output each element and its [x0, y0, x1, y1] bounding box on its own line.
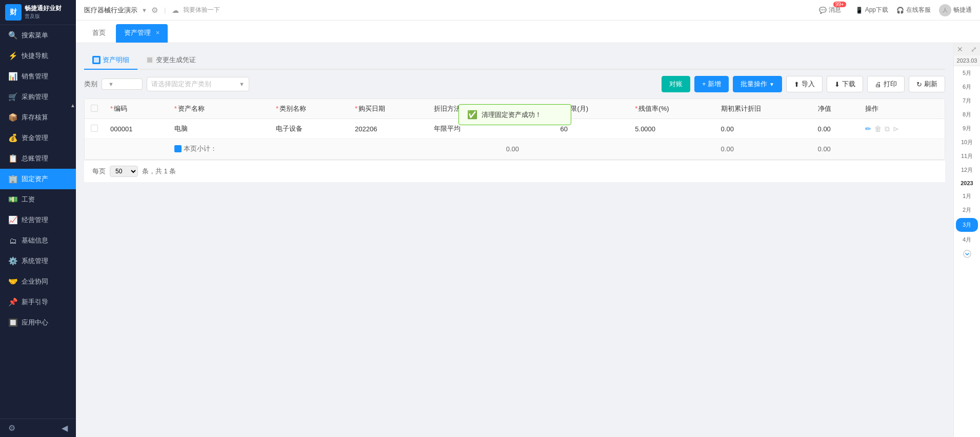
logo-icon: 财 [5, 4, 22, 21]
sidebar-settings-icon[interactable]: ⚙ [8, 423, 15, 433]
filter-asset-category-input[interactable]: 请选择固定资产类别 ▼ [147, 77, 249, 91]
sidebar-item-search[interactable]: 🔍 搜索菜单 [0, 25, 76, 46]
more-icon[interactable]: ⊳ [893, 125, 899, 133]
avatar: 人 [939, 4, 951, 16]
sidebar-item-bizmanage[interactable]: 📈 经营管理 [0, 210, 76, 230]
message-button[interactable]: 💬 消息 99+ [819, 6, 841, 14]
timeline-month-11[interactable]: 11月 [954, 149, 980, 163]
batch-ops-dropdown-icon: ▼ [769, 82, 774, 87]
row-initial-depreciation: 0.00 [715, 119, 812, 139]
copy-icon[interactable]: ⧉ [885, 125, 890, 133]
online-service-button[interactable]: 🎧 在线客服 [896, 6, 931, 14]
success-toast: ✅ 清理固定资产成功！ [458, 104, 571, 125]
row-checkbox[interactable] [91, 125, 98, 132]
refresh-button[interactable]: ↻ 刷新 [909, 76, 945, 92]
timeline-month-2[interactable]: 2月 [954, 203, 980, 217]
col-header-operations: 操作 [859, 99, 945, 119]
table-container: ✅ 清理固定资产成功！ *编码 *资产名称 *类别名称 *购买 [84, 98, 945, 160]
tab-asset-manage[interactable]: 资产管理 × [116, 24, 168, 43]
import-button[interactable]: ⬆ 导入 [786, 76, 823, 92]
delete-icon[interactable]: 🗑 [874, 125, 882, 133]
sidebar-item-sales[interactable]: 📊 销售管理 [0, 66, 76, 87]
sidebar-item-purchase[interactable]: 🛒 采购管理 [0, 87, 76, 107]
sidebar-item-guide[interactable]: 📌 新手引导 [0, 292, 76, 312]
sidebar-bottom: ⚙ ◀ [0, 419, 76, 437]
subtab-change-voucher[interactable]: 变更生成凭证 [137, 51, 204, 70]
sidebar-item-basicinfo[interactable]: 🗂 基础信息 [0, 230, 76, 251]
app-download-button[interactable]: 📱 App下载 [855, 6, 888, 14]
experience-label[interactable]: 我要体验一下 [183, 6, 220, 14]
sidebar-item-label: 采购管理 [22, 92, 48, 102]
subtab-asset-detail-label: 资产明细 [103, 55, 129, 65]
sidebar-item-fixedassets[interactable]: 🏢 固定资产 [0, 169, 76, 189]
timeline-month-9[interactable]: 9月 [954, 122, 980, 135]
topbar-settings-icon[interactable]: ⚙ [151, 6, 158, 15]
sidebar-item-label: 搜索菜单 [22, 31, 48, 40]
new-button[interactable]: + 新增 [694, 76, 729, 92]
action-icons: ✏ 🗑 ⧉ ⊳ [865, 125, 938, 133]
reconcile-button[interactable]: 对账 [662, 76, 690, 92]
bizmanage-icon: 📈 [8, 215, 17, 225]
col-header-initial-depreciation: 期初累计折旧 [715, 99, 812, 119]
col-header-category: *类别名称 [270, 99, 349, 119]
sidebar-scroll-up[interactable]: ▲ [70, 103, 75, 108]
sidebar-item-inventory[interactable]: 📦 库存核算 [0, 107, 76, 128]
timeline-month-1[interactable]: 1月 [954, 189, 980, 203]
tab-home[interactable]: 首页 [84, 24, 114, 43]
right-panel-expand-icon[interactable]: ⤢ [971, 45, 977, 53]
batch-ops-button[interactable]: 批量操作 ▼ [733, 76, 782, 92]
sidebar-item-ledger[interactable]: 📋 总账管理 [0, 148, 76, 169]
total-label: 条，共 1 条 [142, 167, 176, 176]
new-label: + 新增 [702, 80, 721, 89]
sidebar-menu: 🔍 搜索菜单 ⚡ 快捷导航 📊 销售管理 🛒 采购管理 📦 库存核算 💰 资金管… [0, 25, 76, 419]
filter-category-select[interactable]: ▼ [102, 78, 143, 90]
sidebar-item-capital[interactable]: 💰 资金管理 [0, 128, 76, 148]
success-toast-overlay: ✅ 清理固定资产成功！ [458, 104, 571, 125]
row-category: 电子设备 [270, 119, 349, 139]
tab-asset-manage-label: 资产管理 [124, 29, 151, 36]
sidebar-item-quicknav[interactable]: ⚡ 快捷导航 [0, 46, 76, 66]
sidebar-item-appcenter[interactable]: 🔲 应用中心 [0, 312, 76, 333]
download-label: 下载 [842, 80, 855, 89]
svg-rect-0 [94, 57, 99, 63]
download-icon: ⬇ [834, 81, 840, 88]
timeline-year-2023: 2023 [954, 177, 980, 189]
system-icon: ⚙️ [8, 256, 17, 266]
timeline-month-4[interactable]: 4月 [954, 233, 980, 247]
tab-home-label: 首页 [92, 29, 106, 36]
print-button[interactable]: 🖨 打印 [867, 76, 905, 92]
user-info: 人 畅捷通 [939, 4, 972, 16]
sidebar-item-label: 快捷导航 [22, 51, 48, 61]
timeline-month-5[interactable]: 5月 [954, 66, 980, 80]
toast-message: 清理固定资产成功！ [482, 110, 542, 120]
col-header-name: *资产名称 [168, 99, 270, 119]
col-header-code: *编码 [104, 99, 168, 119]
timeline-month-12[interactable]: 12月 [954, 163, 980, 177]
refresh-icon: ↻ [916, 81, 922, 88]
timeline-month-7[interactable]: 7月 [954, 94, 980, 108]
sidebar-collapse-icon[interactable]: ◀ [62, 423, 68, 433]
subtotal-initial: 0.00 [715, 139, 812, 160]
timeline-month-3-current[interactable]: 3月 [956, 218, 978, 232]
payroll-icon: 💵 [8, 195, 17, 204]
download-button[interactable]: ⬇ 下载 [827, 76, 863, 92]
print-label: 打印 [884, 80, 897, 89]
svg-point-2 [964, 250, 971, 257]
timeline-down-arrow[interactable] [954, 247, 980, 263]
tab-close-icon[interactable]: × [156, 29, 160, 36]
edit-icon[interactable]: ✏ [865, 125, 871, 133]
sidebar-item-enterprise[interactable]: 🤝 企业协同 [0, 271, 76, 292]
toolbar: 类别 ▼ 请选择固定资产类别 ▼ 对账 + 新增 [84, 76, 945, 92]
per-page-select[interactable]: 50 100 [110, 166, 138, 177]
timeline-month-8[interactable]: 8月 [954, 108, 980, 122]
guide-icon: 📌 [8, 297, 17, 307]
timeline-month-10[interactable]: 10月 [954, 135, 980, 149]
timeline-month-6[interactable]: 6月 [954, 80, 980, 94]
company-dropdown-icon[interactable]: ▼ [142, 7, 147, 13]
sidebar-item-system[interactable]: ⚙️ 系统管理 [0, 251, 76, 271]
sidebar-item-payroll[interactable]: 💵 工资 [0, 189, 76, 210]
select-all-checkbox[interactable] [91, 105, 98, 112]
logo-sub: 普及版 [25, 13, 62, 20]
right-panel-close-icon[interactable]: ✕ [957, 45, 963, 53]
subtab-asset-detail[interactable]: 资产明细 [84, 51, 137, 70]
